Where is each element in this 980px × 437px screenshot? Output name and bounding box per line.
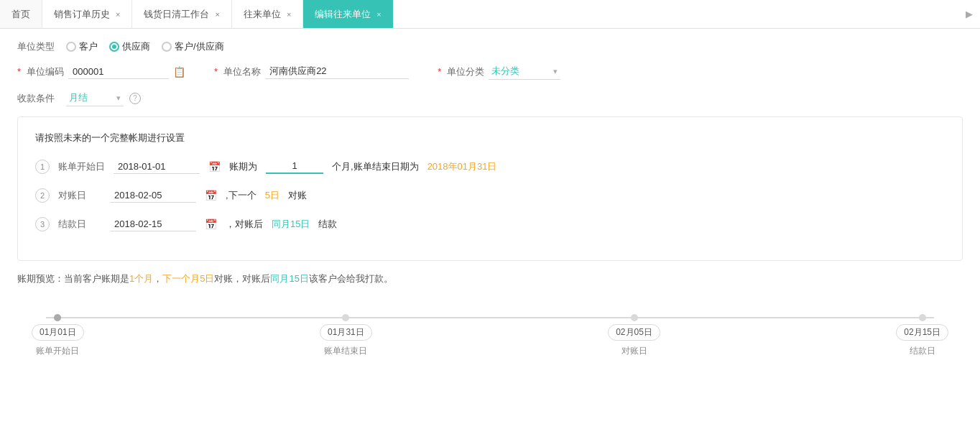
timeline-label-1: 账单开始日 xyxy=(36,345,79,357)
radio-customer-circle xyxy=(66,42,76,52)
step-3-suffix-post: 结款 xyxy=(318,218,337,231)
payment-condition-arrow: ▾ xyxy=(116,93,121,103)
tab-cash-clearance[interactable]: 钱货日清工作台 × xyxy=(132,0,231,28)
step-1-date-input[interactable] xyxy=(114,160,200,174)
payment-condition-dropdown[interactable]: 月结 ▾ xyxy=(66,90,124,106)
tab-cash-clearance-close[interactable]: × xyxy=(215,10,219,19)
unit-type-row: 单位类型 客户 供应商 客户/供应商 xyxy=(17,40,963,53)
section-title: 请按照未来的一个完整帐期进行设置 xyxy=(35,132,945,144)
step-1-num: 1 xyxy=(35,160,50,174)
payment-condition-value: 月结 xyxy=(69,91,114,104)
tab-expand-button[interactable]: ▶ xyxy=(958,0,980,28)
preview-part2: 下一个月5日 xyxy=(162,273,214,284)
preview-prefix: 账期预览：当前客户账期是 xyxy=(17,273,129,284)
tab-bar: 首页 销售订单历史 × 钱货日清工作台 × 往来单位 × 编辑往来单位 × ▶ xyxy=(0,0,980,29)
unit-category-label: 单位分类 xyxy=(447,65,484,78)
timeline-dot-3 xyxy=(631,314,638,321)
timeline-dot-4 xyxy=(919,314,926,321)
help-icon[interactable]: ? xyxy=(129,93,141,104)
step-1-period-unit: 个月,账单结束日期为 xyxy=(332,160,419,173)
step-3-label: 结款日 xyxy=(58,218,101,231)
period-input[interactable] xyxy=(266,159,323,174)
unit-code-icon[interactable]: 📋 xyxy=(173,66,185,78)
preview-mid1: ， xyxy=(153,273,162,284)
step-3-date-input[interactable] xyxy=(110,217,196,231)
unit-category-arrow: ▾ xyxy=(553,67,558,76)
step-2-label: 对账日 xyxy=(58,189,101,202)
step-2-suffix-pre: ,下一个 xyxy=(226,189,256,202)
timeline-node-3: 02月05日 对账日 xyxy=(608,303,660,357)
unit-name-input[interactable] xyxy=(265,65,409,79)
radio-supplier[interactable]: 供应商 xyxy=(109,40,150,53)
timeline-node-4: 02月15日 结款日 xyxy=(896,303,948,357)
unit-name-label: 单位名称 xyxy=(223,65,261,78)
timeline-badge-2: 01月31日 xyxy=(320,324,372,341)
radio-customer-supplier[interactable]: 客户/供应商 xyxy=(162,40,224,53)
payment-condition-label: 收款条件 xyxy=(17,92,55,105)
step-3-row: 3 结款日 📅 ，对账后 同月15日 结款 xyxy=(35,217,945,231)
unit-category-group: * 单位分类 未分类 ▾ xyxy=(438,63,560,80)
tab-home-label: 首页 xyxy=(11,8,30,21)
unit-category-dropdown[interactable]: 未分类 ▾ xyxy=(489,63,560,80)
preview-part3: 同月15日 xyxy=(270,273,308,284)
preview-part1: 1个月 xyxy=(129,273,153,284)
step-1-period-end: 2018年01月31日 xyxy=(427,160,497,173)
settings-section: 请按照未来的一个完整帐期进行设置 1 账单开始日 📅 账期为 个月,账单结束日期… xyxy=(17,116,963,261)
radio-supplier-label: 供应商 xyxy=(122,40,150,53)
radio-customer-supplier-circle xyxy=(162,42,172,52)
tab-cash-clearance-label: 钱货日清工作台 xyxy=(144,8,209,21)
step-3-suffix-date: 同月15日 xyxy=(272,218,310,231)
unit-category-value: 未分类 xyxy=(491,65,550,78)
radio-customer-label: 客户 xyxy=(79,40,98,53)
unit-type-label: 单位类型 xyxy=(17,40,55,53)
unit-name-star: * xyxy=(214,66,218,77)
unit-code-label: 单位编码 xyxy=(27,65,64,78)
tab-partner-label: 往来单位 xyxy=(244,8,281,21)
tab-sales-history-label: 销售订单历史 xyxy=(54,8,110,21)
timeline-badge-4: 02月15日 xyxy=(896,324,948,341)
radio-supplier-dot xyxy=(112,45,116,49)
timeline-label-4: 结款日 xyxy=(910,345,935,357)
tab-home[interactable]: 首页 xyxy=(0,0,42,28)
unit-code-group: * 单位编码 📋 xyxy=(17,65,185,79)
timeline-node-1: 01月01日 账单开始日 xyxy=(32,303,84,357)
unit-info-row: * 单位编码 📋 * 单位名称 * 单位分类 未分类 ▾ xyxy=(17,63,963,80)
step-3-num: 3 xyxy=(35,217,50,231)
step-1-calendar-icon[interactable]: 📅 xyxy=(208,161,221,172)
radio-customer[interactable]: 客户 xyxy=(66,40,98,53)
step-2-row: 2 对账日 📅 ,下一个 5日 对账 xyxy=(35,188,945,203)
unit-code-input[interactable] xyxy=(68,65,169,79)
tab-edit-partner[interactable]: 编辑往来单位 × xyxy=(303,0,392,28)
step-3-calendar-icon[interactable]: 📅 xyxy=(205,218,217,230)
payment-condition-row: 收款条件 月结 ▾ ? xyxy=(17,90,963,106)
unit-name-group: * 单位名称 xyxy=(214,65,409,79)
preview-text: 账期预览：当前客户账期是1个月，下一个月5日对账，对账后同月15日该客户会给我打… xyxy=(17,272,963,285)
unit-code-star: * xyxy=(17,66,21,77)
timeline-dot-1 xyxy=(54,314,61,321)
tab-partner-close[interactable]: × xyxy=(287,10,291,19)
timeline-container: 01月01日 账单开始日 01月31日 账单结束日 02月05日 对账日 02月… xyxy=(17,303,963,357)
preview-suffix: 该客户会给我打款。 xyxy=(309,273,393,284)
timeline-nodes: 01月01日 账单开始日 01月31日 账单结束日 02月05日 对账日 02月… xyxy=(32,303,948,357)
timeline-dot-2 xyxy=(342,314,349,321)
radio-customer-supplier-label: 客户/供应商 xyxy=(175,40,224,53)
radio-supplier-circle xyxy=(109,42,119,52)
tab-edit-partner-close[interactable]: × xyxy=(376,10,381,19)
step-2-calendar-icon[interactable]: 📅 xyxy=(205,190,217,201)
step-2-suffix-post: 对账 xyxy=(288,189,307,202)
unit-category-star: * xyxy=(438,66,441,77)
tab-edit-partner-label: 编辑往来单位 xyxy=(315,8,371,21)
timeline-node-2: 01月31日 账单结束日 xyxy=(320,303,372,357)
unit-type-radio-group: 客户 供应商 客户/供应商 xyxy=(66,40,224,53)
step-2-suffix-date: 5日 xyxy=(265,189,279,202)
tab-sales-history-close[interactable]: × xyxy=(116,10,120,19)
tab-sales-history[interactable]: 销售订单历史 × xyxy=(42,0,132,28)
tab-partner[interactable]: 往来单位 × xyxy=(232,0,303,28)
step-2-num: 2 xyxy=(35,188,50,203)
main-content: 单位类型 客户 供应商 客户/供应商 * 单位编码 📋 xyxy=(0,29,980,437)
step-1-row: 1 账单开始日 📅 账期为 个月,账单结束日期为 2018年01月31日 xyxy=(35,159,945,174)
step-2-date-input[interactable] xyxy=(110,188,196,203)
preview-mid2: 对账，对账后 xyxy=(214,273,270,284)
timeline-badge-3: 02月05日 xyxy=(608,324,660,341)
timeline-badge-1: 01月01日 xyxy=(32,324,84,341)
